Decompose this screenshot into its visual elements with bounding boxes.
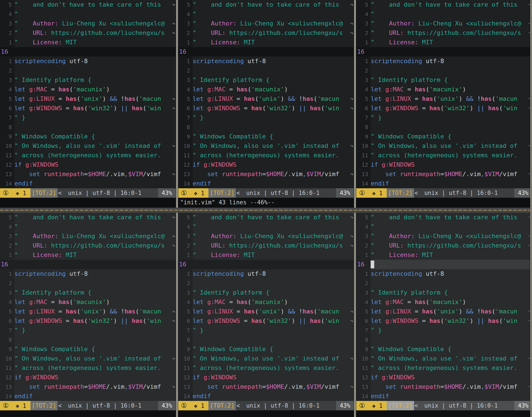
code-text[interactable]: let g:MAC = has('macunix') [371,85,532,94]
vim-pane-top-right[interactable]: 5" and don't have to take care of this ↷… [356,0,532,208]
code-text[interactable] [14,279,176,288]
code-text[interactable]: " URL: https://github.com/liuchengxu/s↷ [193,28,354,38]
code-text[interactable]: let g:LINUX = has('unix') && !has('macun… [193,307,354,316]
buffer-view[interactable]: 5" and don't have to take care of this ↷… [0,213,176,401]
code-text[interactable]: " License: MIT [193,38,354,47]
code-text[interactable]: " Windows Compatible { [14,344,176,354]
code-text[interactable]: let g:WINDOWS = has('win32') || has('win… [14,316,176,326]
code-text[interactable] [193,260,354,269]
code-text[interactable]: let g:WINDOWS = has('win32') || has('win… [371,104,532,113]
code-text[interactable]: " Author: Liu-Cheng Xu <xuliuchengxlc@↷ [371,19,532,28]
code-text[interactable]: " On Windows, also use '.vim' instead of… [193,354,354,363]
code-text[interactable]: " Author: Liu-Cheng Xu <xuliuchengxlc@↷ [14,231,176,241]
code-text[interactable] [371,335,532,344]
code-text[interactable]: " and don't have to take care of this ↷ [14,213,176,222]
code-text[interactable]: " On Windows, also use '.vim' instead of… [193,141,354,151]
buffer-view[interactable]: 5" and don't have to take care of this ↷… [178,213,354,401]
code-text[interactable]: endif [14,179,176,188]
code-text[interactable]: " } [193,326,354,335]
code-text[interactable]: " URL: https://github.com/liuchengxu/s↷ [14,241,176,250]
code-text[interactable]: " Identify platform { [193,75,354,85]
code-text[interactable]: endif [193,392,354,401]
code-text[interactable] [14,47,176,56]
code-text[interactable]: let g:MAC = has('macunix') [193,85,354,94]
code-text[interactable] [14,260,176,269]
code-text[interactable]: let g:MAC = has('macunix') [14,85,176,94]
code-text[interactable]: scriptencoding utf-8 [371,269,532,279]
code-text[interactable]: " URL: https://github.com/liuchengxu/s↷ [14,28,176,38]
code-text[interactable]: " License: MIT [371,250,532,260]
code-text[interactable]: let g:LINUX = has('unix') && !has('macun… [371,94,532,104]
code-text[interactable]: " [193,222,354,231]
code-text[interactable]: " Windows Compatible { [193,344,354,354]
code-text[interactable]: let g:LINUX = has('unix') && !has('macun… [193,94,354,104]
code-text[interactable]: " Identify platform { [14,288,176,297]
code-text[interactable]: " License: MIT [193,250,354,260]
code-text[interactable]: let g:WINDOWS = has('win32') || has('win… [193,316,354,326]
code-text[interactable]: " License: MIT [14,38,176,47]
code-text[interactable]: " and don't have to take care of this ↷ [371,0,532,9]
code-text[interactable]: endif [193,179,354,188]
code-text[interactable]: scriptencoding utf-8 [193,269,354,279]
code-text[interactable]: " On Windows, also use '.vim' instead of… [14,141,176,151]
code-text[interactable]: " Identify platform { [371,75,532,85]
code-text[interactable]: set runtimepath=$HOME/.vim,$VIM/vimf↷ [193,169,354,179]
code-text[interactable]: " Author: Liu-Cheng Xu <xuliuchengxlc@↷ [193,19,354,28]
code-text[interactable]: " } [193,113,354,122]
code-text[interactable]: " across (heterogeneous) systems easier. [193,363,354,373]
code-text[interactable]: " [371,222,532,231]
code-text[interactable]: endif [371,179,532,188]
code-text[interactable]: " and don't have to take care of this ↷ [371,213,532,222]
code-text[interactable]: " and don't have to take care of this ↷ [193,213,354,222]
code-text[interactable]: " } [14,326,176,335]
code-text[interactable]: " URL: https://github.com/liuchengxu/s↷ [371,241,532,250]
code-text[interactable]: " Windows Compatible { [371,132,532,141]
code-text[interactable]: let g:WINDOWS = has('win32') || has('win… [14,104,176,113]
code-text[interactable]: let g:LINUX = has('unix') && !has('macun… [371,307,532,316]
buffer-view[interactable]: 5" and don't have to take care of this ↷… [0,0,176,188]
code-text[interactable]: " Windows Compatible { [193,132,354,141]
code-text[interactable]: " Windows Compatible { [371,344,532,354]
code-text[interactable]: if g:WINDOWS [14,160,176,169]
code-text[interactable]: " [14,222,176,231]
code-text[interactable] [193,122,354,132]
vim-pane-bottom-right[interactable]: 5" and don't have to take care of this ↷… [356,213,532,417]
vim-pane-bottom-middle[interactable]: 5" and don't have to take care of this ↷… [178,213,354,417]
code-text[interactable]: set runtimepath=$HOME/.vim,$VIM/vimf↷ [371,169,532,179]
code-text[interactable]: " [193,9,354,19]
code-text[interactable]: scriptencoding utf-8 [14,56,176,66]
code-text[interactable] [371,279,532,288]
code-text[interactable]: if g:WINDOWS [14,373,176,382]
code-text[interactable]: let g:MAC = has('macunix') [193,297,354,307]
code-text[interactable] [193,279,354,288]
code-text[interactable]: let g:WINDOWS = has('win32') || has('win… [371,316,532,326]
code-text[interactable] [371,47,532,56]
code-text[interactable] [193,66,354,75]
buffer-view[interactable]: 5" and don't have to take care of this ↷… [356,0,532,188]
code-text[interactable] [193,335,354,344]
code-text[interactable]: " [14,9,176,19]
code-text[interactable]: set runtimepath=$HOME/.vim,$VIM/vimf↷ [14,382,176,392]
code-text[interactable]: " and don't have to take care of this ↷ [193,0,354,9]
code-text[interactable]: " } [14,113,176,122]
code-text[interactable]: let g:MAC = has('macunix') [371,297,532,307]
code-text[interactable]: endif [14,392,176,401]
code-text[interactable]: let g:LINUX = has('unix') && !has('macun… [14,307,176,316]
code-text[interactable]: " On Windows, also use '.vim' instead of… [371,354,532,363]
code-text[interactable]: " Author: Liu-Cheng Xu <xuliuchengxlc@↷ [371,231,532,241]
code-text[interactable]: if g:WINDOWS [371,160,532,169]
code-text[interactable]: " License: MIT [14,250,176,260]
code-text[interactable]: scriptencoding utf-8 [14,269,176,279]
code-text[interactable]: set runtimepath=$HOME/.vim,$VIM/vimf↷ [193,382,354,392]
code-text[interactable]: scriptencoding utf-8 [193,56,354,66]
code-text[interactable]: " across (heterogeneous) systems easier. [193,151,354,160]
code-text[interactable]: " License: MIT [371,38,532,47]
code-text[interactable]: " across (heterogeneous) systems easier. [371,151,532,160]
code-text[interactable]: let g:LINUX = has('unix') && !has('macun… [14,94,176,104]
code-text[interactable]: " across (heterogeneous) systems easier. [14,151,176,160]
vim-pane-bottom-left[interactable]: 5" and don't have to take care of this ↷… [0,213,176,417]
code-text[interactable] [14,335,176,344]
code-text[interactable]: let g:MAC = has('macunix') [14,297,176,307]
code-text[interactable]: " Identify platform { [193,288,354,297]
code-text[interactable]: if g:WINDOWS [371,373,532,382]
